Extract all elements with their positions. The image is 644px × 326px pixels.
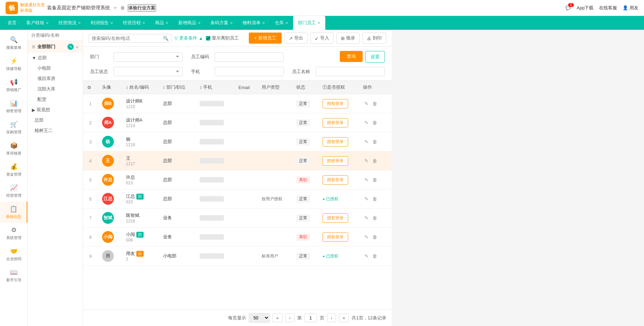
sidebar-item-marketing[interactable]: 📢 营销推广 [0,75,27,96]
dept-item-sy[interactable]: 沈阳大库 [28,84,83,94]
dept-item-plant[interactable]: 植树王二 [28,125,83,136]
edit-btn[interactable]: ✎ [363,214,370,221]
emp-code-input[interactable] [215,52,284,62]
edit-btn[interactable]: ✎ [363,195,370,202]
per-page-select[interactable]: 50 100 [249,313,270,323]
next-page-btn[interactable]: › [327,314,336,322]
sidebar-item-shortcut[interactable]: ⚡ 快捷导航 [0,54,27,75]
online-service-link[interactable]: 在线客服 [599,5,617,11]
nav-tab-bom[interactable]: 物料清单 ✕ [238,16,270,30]
nav-tab-warehouse[interactable]: 仓库 ✕ [270,16,293,30]
last-page-btn[interactable]: » [339,314,349,322]
row-ops: ✎ 🗑 [359,190,392,209]
sidebar-item-search[interactable]: 🔍 搜索菜单 [0,33,27,54]
delete-btn[interactable]: 🗑 [371,100,379,107]
nav-tab-home[interactable]: 首页 [3,16,21,30]
print-btn[interactable]: 🖨 剖印 [362,33,386,44]
auth-btn[interactable]: 授权登录 [323,99,348,108]
nav-tab-history[interactable]: 经营历程 ✕ [118,16,150,30]
import-btn[interactable]: ↙ 导入 [310,33,334,44]
dept-group-shuang[interactable]: ▶ 双底想 [28,105,83,115]
delete-btn[interactable]: 🗑 [371,195,379,202]
sidebar-item-basic[interactable]: 📋 基础信息 [0,202,27,223]
dept-item-zongbu[interactable]: 总部 [28,115,83,125]
auth-btn[interactable]: 授权登录 [323,213,348,223]
add-employee-btn[interactable]: + 新增员工 [249,33,282,44]
nav-tab-dept[interactable]: 部门员工 ✕ [293,16,325,30]
app-download-link[interactable]: App下载 [577,5,593,11]
auth-granted: 已授权 [323,196,355,202]
sidebar-item-mgmt[interactable]: 📈 经营管理 [0,180,27,202]
more-filter-btn[interactable]: ▽ 更多条件 ▲ [174,35,203,41]
emp-name-input[interactable] [316,67,385,76]
all-dept-item[interactable]: ⊞ 全部部门 ✎ « [28,41,83,53]
auth-btn[interactable]: 授权登录 [323,175,348,185]
dept-search-input[interactable] [31,33,83,38]
col-phone[interactable]: ↕ 手机 [196,81,234,94]
delete-btn[interactable]: 🗑 [371,214,379,221]
experience-btn[interactable]: 体验行业方案 [128,4,156,12]
export-btn[interactable]: ↗ 导出 [284,33,308,44]
search-btn[interactable]: 🔍 [163,36,169,41]
edit-btn[interactable]: ✎ [363,138,370,145]
auth-btn[interactable]: 授权登录 [323,118,348,127]
nav-tab-goods[interactable]: 商品 ✕ [150,16,173,30]
sidebar-item-collab[interactable]: 🤝 企业协同 [0,244,27,265]
query-btn[interactable]: 查询 [340,51,363,62]
delete-btn[interactable]: 🗑 [371,234,379,240]
edit-btn[interactable]: ✎ [363,100,370,107]
row-num: 4 [83,151,98,170]
nav-tab-customer[interactable]: 客户联络 ✕ [21,16,54,30]
phone-input[interactable] [215,67,284,76]
delete-btn[interactable]: 🗑 [371,138,379,145]
view-btn[interactable]: ⊞ 视录 [336,33,360,44]
settings-icon[interactable]: ⚙ [120,5,125,11]
delete-btn[interactable]: 🗑 [371,176,379,183]
edit-btn[interactable]: ✎ [363,234,370,240]
sidebar-item-purchase[interactable]: 🛒 采购管理 [0,117,27,138]
col-dept[interactable]: ↕ 部门/职位 [159,81,196,94]
show-left-employees-toggle[interactable]: 显示离职员工 [206,35,239,41]
edit-btn[interactable]: ✎ [363,253,370,259]
dept-item-proj[interactable]: 项目库房 [28,73,83,84]
import-icon: ↙ [315,36,319,41]
delete-btn[interactable]: 🗑 [371,119,379,126]
nav-tab-barcode[interactable]: 条码方案 ✕ [206,16,238,30]
edit-dept-icon[interactable]: ✎ [67,44,74,50]
auth-btn[interactable]: 授权登录 [323,156,348,166]
row-status: 正常 [292,247,318,266]
delete-btn[interactable]: 🗑 [371,157,379,164]
edit-btn[interactable]: ✎ [363,157,370,164]
sidebar-item-inventory[interactable]: 📦 库存核算 [0,138,27,159]
col-settings[interactable]: ⚙ [83,81,98,94]
nav-tab-business[interactable]: 经营情况 ✕ [54,16,86,30]
dept-tree-section: ▼ 总部 小电部 项目库房 沈阳大库 配货 ▶ 双底想 总部 植树王二 [28,53,83,136]
sidebar-item-finance[interactable]: 💰 资金管理 [0,159,27,180]
dept-item-xdpt[interactable]: 小电部 [28,63,83,73]
first-page-btn[interactable]: « [272,314,282,322]
edit-btn[interactable]: ✎ [363,176,370,183]
logo-icon: 畅 [6,2,18,14]
delete-btn[interactable]: 🗑 [371,253,379,259]
col-name[interactable]: ↕ 姓名/编码 [122,81,159,94]
sidebar-item-guide[interactable]: 📖 新手引导 [0,265,27,286]
user-avatar[interactable]: 👤 用友 [623,5,638,11]
set-btn[interactable]: 设置 [365,51,385,63]
auth-btn[interactable]: 授权登录 [323,232,348,242]
prev-page-btn[interactable]: ‹ [285,314,294,322]
message-icon[interactable]: 💬6 [565,5,571,10]
auth-btn[interactable]: 授权登录 [323,137,348,147]
dept-group-head[interactable]: ▼ 总部 [28,53,83,63]
dept-item-ph[interactable]: 配货 [28,94,83,105]
page-number-input[interactable] [305,314,317,322]
edit-btn[interactable]: ✎ [363,119,370,126]
collapse-icon[interactable]: « [76,44,79,50]
sidebar-item-sales[interactable]: 📊 销售管理 [0,96,27,117]
search-input[interactable] [92,36,161,41]
status-select[interactable] [114,67,183,76]
dept-select[interactable] [114,52,183,62]
sidebar-item-system[interactable]: ⚙ 系统管理 [0,223,27,244]
guide-icon: 📖 [10,268,18,276]
nav-tab-new-goods[interactable]: 新增商品 ✕ [173,16,206,30]
nav-tab-profit[interactable]: 利润报告 ✕ [86,16,118,30]
